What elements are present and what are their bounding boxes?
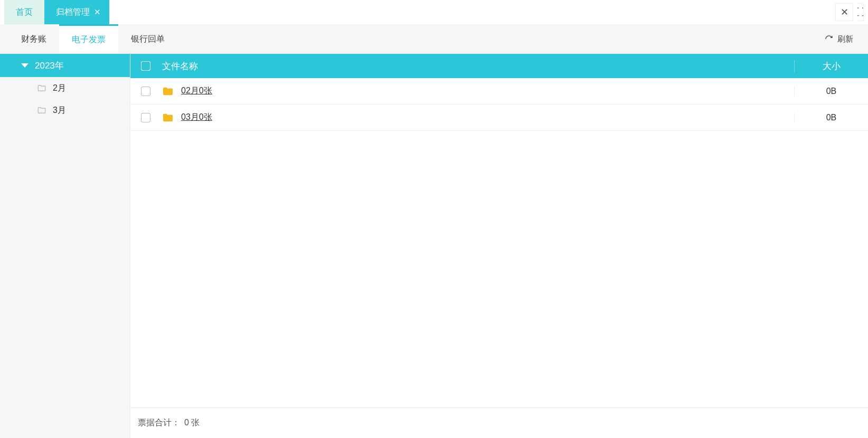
file-size: 0B	[826, 113, 837, 122]
folder-tree: 2023年 2月 3月	[0, 54, 130, 438]
sub-tab-finance[interactable]: 财务账	[8, 24, 59, 54]
folder-icon	[162, 87, 174, 96]
tab-home[interactable]: 首页	[4, 0, 44, 24]
tree-year-node[interactable]: 2023年	[0, 54, 130, 77]
close-icon[interactable]: ✕	[94, 7, 101, 17]
top-tab-bar: 首页 归档管理 ✕ ✕ ⛶	[0, 0, 868, 24]
file-name-link[interactable]: 02月0张	[181, 85, 212, 97]
tree-year-label: 2023年	[35, 60, 64, 72]
file-table: 文件名称 大小 02月0张	[130, 54, 868, 438]
svg-rect-1	[167, 113, 169, 115]
file-name-link[interactable]: 03月0张	[181, 112, 212, 123]
sub-tab-finance-label: 财务账	[21, 34, 46, 45]
tab-home-label: 首页	[16, 7, 33, 18]
folder-icon	[37, 83, 46, 93]
refresh-icon	[825, 35, 833, 43]
folder-icon	[37, 106, 46, 115]
summary-label: 票据合计：	[138, 417, 180, 429]
row-checkbox[interactable]	[141, 113, 150, 122]
file-size: 0B	[826, 87, 837, 96]
tree-month-label: 3月	[53, 105, 66, 116]
sub-tab-einvoice[interactable]: 电子发票	[59, 24, 118, 54]
select-all-checkbox[interactable]	[141, 61, 150, 71]
refresh-label: 刷新	[837, 34, 853, 44]
tree-month-node[interactable]: 3月	[0, 99, 130, 121]
svg-rect-0	[167, 87, 169, 88]
sub-tab-bank-receipt[interactable]: 银行回单	[118, 24, 177, 54]
tab-archive-mgmt[interactable]: 归档管理 ✕	[44, 0, 109, 24]
close-all-tabs-button[interactable]: ✕	[835, 3, 853, 21]
column-header-name: 文件名称	[162, 60, 198, 72]
summary-footer: 票据合计： 0 张	[130, 407, 868, 438]
close-icon: ✕	[841, 6, 848, 18]
sub-tab-bar: 财务账 电子发票 银行回单 刷新	[0, 24, 868, 54]
sub-tab-bank-receipt-label: 银行回单	[131, 34, 165, 45]
folder-icon	[162, 113, 174, 122]
table-header: 文件名称 大小	[130, 54, 868, 78]
row-checkbox[interactable]	[141, 87, 150, 96]
sub-tab-einvoice-label: 电子发票	[72, 34, 106, 45]
table-row[interactable]: 03月0张 0B	[130, 104, 868, 131]
fullscreen-button[interactable]: ⛶	[857, 3, 864, 21]
column-header-size: 大小	[823, 60, 841, 72]
fullscreen-icon: ⛶	[857, 7, 864, 18]
tree-month-node[interactable]: 2月	[0, 77, 130, 99]
summary-value: 0 张	[184, 417, 200, 429]
refresh-button[interactable]: 刷新	[825, 24, 853, 54]
tab-archive-mgmt-label: 归档管理	[56, 7, 90, 18]
tree-month-label: 2月	[53, 83, 66, 94]
table-row[interactable]: 02月0张 0B	[130, 78, 868, 104]
chevron-down-icon	[21, 63, 29, 68]
